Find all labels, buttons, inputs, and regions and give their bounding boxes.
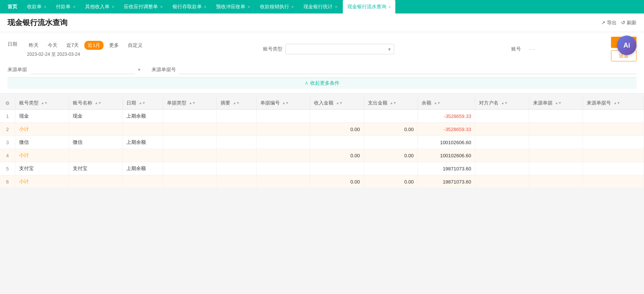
flow-table: ⚙ 账号类型 ▲▼ 账号名称 ▲▼ 日期 ▲▼ 单据类型 ▲▼ <box>0 97 644 188</box>
cell-source-doc-no <box>583 149 644 162</box>
source-doc-label: 来源单据 <box>8 66 27 73</box>
th-source-doc[interactable]: 来源单据 ▲▼ <box>529 97 582 110</box>
date-1month[interactable]: 近1月 <box>84 41 104 50</box>
table-row[interactable]: 6小计0.000.0019871073.60 <box>0 175 644 188</box>
source-doc-num-input[interactable] <box>179 65 636 74</box>
tab-label: 收款核销执行 <box>260 3 289 10</box>
date-yesterday[interactable]: 昨天 <box>26 41 42 50</box>
cell-source-doc <box>529 149 582 162</box>
cell-source-doc-no <box>583 110 644 123</box>
cell-date: 上期余额 <box>123 136 163 149</box>
account-type-select[interactable]: ▾ <box>285 44 394 54</box>
close-icon[interactable]: × <box>44 4 46 9</box>
th-account-type[interactable]: 账号类型 ▲▼ <box>15 97 69 110</box>
close-icon[interactable]: × <box>389 4 391 9</box>
th-income[interactable]: 收入金额 ▲▼ <box>310 97 364 110</box>
account-ellipsis[interactable]: ··· <box>529 46 536 52</box>
sort-icon-expense[interactable]: ▲▼ <box>390 101 396 105</box>
sort-icon-summary[interactable]: ▲▼ <box>233 101 240 105</box>
close-icon[interactable]: × <box>73 4 75 9</box>
collapse-bar[interactable]: ∧ 收起更多条件 <box>8 77 636 89</box>
cell-balance: -3528659.33 <box>417 110 475 123</box>
th-summary[interactable]: 摘要 ▲▼ <box>217 97 256 110</box>
nav-tab-settlement[interactable]: 收款核销执行 × <box>255 0 298 13</box>
nav-tab-receipt[interactable]: 收款单 × <box>23 0 51 13</box>
table-row[interactable]: 5支付宝支付宝上期余额19871073.60 <box>0 162 644 175</box>
table-row[interactable]: 4小计0.000.00100102606.60 <box>0 149 644 162</box>
account-filter: 账号 ··· <box>511 46 605 52</box>
sort-icon-source-doc[interactable]: ▲▼ <box>555 101 561 105</box>
th-counterparty-label: 对方户名 <box>479 100 498 106</box>
nav-tab-bank-deposit[interactable]: 银行存取款单 × <box>168 0 211 13</box>
cell-date: 上期余额 <box>123 162 163 175</box>
cell-balance: -3528659.33 <box>417 123 475 136</box>
table-row[interactable]: 1现金现金上期余额-3528659.33 <box>0 110 644 123</box>
nav-tab-prepay[interactable]: 预收冲应收单 × <box>212 0 254 13</box>
th-date[interactable]: 日期 ▲▼ <box>123 97 163 110</box>
th-account-name[interactable]: 账号名称 ▲▼ <box>69 97 122 110</box>
close-icon[interactable]: × <box>248 4 250 9</box>
th-balance[interactable]: 余额 ▲▼ <box>417 97 475 110</box>
sort-icon-doc-type[interactable]: ▲▼ <box>189 101 196 105</box>
th-doc-type[interactable]: 单据类型 ▲▼ <box>163 97 216 110</box>
date-options-wrapper: 昨天 今天 近7天 近1月 更多 自定义 2023-02-24 至 2023-0… <box>26 41 146 58</box>
sort-icon-balance[interactable]: ▲▼ <box>434 101 441 105</box>
table-row[interactable]: 3微信微信上期余额100102606.60 <box>0 136 644 149</box>
th-source-doc-no[interactable]: 来源单据号 ▲▼ <box>583 97 644 110</box>
th-account-type-label: 账号类型 <box>19 100 39 106</box>
nav-tab-flow-query[interactable]: 现金银行流水查询 × <box>343 0 395 13</box>
nav-tab-adjustment[interactable]: 应收应付调整单 × <box>119 0 167 13</box>
date-7days[interactable]: 近7天 <box>63 41 82 50</box>
cell-account-name <box>69 175 122 188</box>
date-today[interactable]: 今天 <box>44 41 61 50</box>
table-row[interactable]: 2小计0.000.00-3528659.33 <box>0 123 644 136</box>
date-options: 昨天 今天 近7天 近1月 更多 自定义 <box>26 41 146 50</box>
cell-source-doc <box>529 110 582 123</box>
cell-balance: 100102606.60 <box>417 149 475 162</box>
sort-icon-account-type[interactable]: ▲▼ <box>41 101 48 105</box>
nav-tab-payment[interactable]: 付款单 × <box>51 0 80 13</box>
chevron-down-icon: ▾ <box>388 46 391 52</box>
close-icon[interactable]: × <box>204 4 206 9</box>
export-button[interactable]: ↗ 导出 <box>601 19 617 26</box>
ai-assistant-badge[interactable]: Ai <box>617 36 636 55</box>
date-more[interactable]: 更多 <box>106 41 122 50</box>
sort-icon-date[interactable]: ▲▼ <box>139 101 146 105</box>
row-num: 5 <box>0 162 15 175</box>
cell-summary <box>217 110 256 123</box>
nav-tab-other-income[interactable]: 其他收入单 × <box>81 0 119 13</box>
cell-account-name: 现金 <box>69 110 122 123</box>
sort-icon-income[interactable]: ▲▼ <box>336 101 343 105</box>
refresh-button[interactable]: ↺ 刷新 <box>621 19 636 26</box>
close-icon[interactable]: × <box>160 4 162 9</box>
date-custom[interactable]: 自定义 <box>125 41 146 50</box>
th-income-label: 收入金额 <box>314 100 333 106</box>
sort-icon-account-name[interactable]: ▲▼ <box>95 101 102 105</box>
refresh-label: 刷新 <box>627 19 636 26</box>
tab-label: 付款单 <box>56 3 71 10</box>
sort-icon-source-doc-no[interactable]: ▲▼ <box>614 101 620 105</box>
th-settings[interactable]: ⚙ <box>0 97 15 110</box>
cell-source-doc <box>529 162 582 175</box>
close-icon[interactable]: × <box>291 4 294 9</box>
nav-tab-home[interactable]: 首页 <box>3 0 22 13</box>
cell-doc-no <box>256 162 310 175</box>
account-type-label: 账号类型 <box>263 46 282 52</box>
cell-source-doc <box>529 123 582 136</box>
sort-icon-counterparty[interactable]: ▲▼ <box>501 101 508 105</box>
cell-counterparty <box>475 136 529 149</box>
th-source-doc-no-label: 来源单据号 <box>587 100 611 106</box>
cell-summary <box>217 123 256 136</box>
cell-expense: 0.00 <box>364 123 417 136</box>
th-counterparty[interactable]: 对方户名 ▲▼ <box>475 97 529 110</box>
sort-icon-doc-no[interactable]: ▲▼ <box>282 101 289 105</box>
ai-badge-label: Ai <box>623 42 630 49</box>
close-icon[interactable]: × <box>335 4 337 9</box>
cell-balance: 100102606.60 <box>417 136 475 149</box>
th-expense[interactable]: 支出金额 ▲▼ <box>364 97 417 110</box>
source-doc-input[interactable] <box>30 65 135 74</box>
chevron-down-icon[interactable]: ▾ <box>138 67 140 72</box>
nav-tab-bank-stats[interactable]: 现金银行统计 × <box>299 0 342 13</box>
close-icon[interactable]: × <box>112 4 114 9</box>
th-doc-no[interactable]: 单据编号 ▲▼ <box>256 97 310 110</box>
